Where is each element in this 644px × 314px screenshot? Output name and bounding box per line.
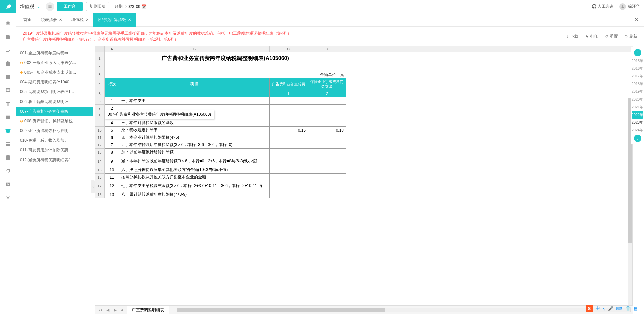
nav-settings-icon[interactable] [0,164,16,178]
close-icon[interactable]: ✕ [128,18,131,22]
value-cell-d[interactable] [308,105,346,112]
row-num-cell[interactable]: 12 [105,181,119,191]
row-header[interactable]: 1 [95,52,105,64]
form-item[interactable]: 011-研发费用加计扣除优惠... [16,145,93,155]
value-cell-d[interactable] [308,191,346,198]
year-down-icon[interactable]: ⌄ [634,135,641,142]
logo[interactable] [0,0,16,13]
corner-cell[interactable] [95,46,105,52]
row-header[interactable]: 12 [95,141,105,149]
item-cell[interactable]: 加：以前年度累计结转扣除额 [119,149,270,156]
value-cell-d[interactable] [308,97,346,105]
item-cell[interactable]: 三、本年计算扣除限额的基数 [119,119,270,127]
row-header[interactable]: 2 [95,64,105,71]
form-item[interactable]: ⊘008-资产折旧、摊销及纳税... [16,116,93,126]
download-button[interactable]: ⇩ 下载 [566,34,578,39]
item-cell[interactable]: 按照分摊协议从其他关联方归集至本企业的金额 [119,174,270,181]
value-cell-d[interactable] [308,134,346,141]
form-item[interactable]: 007-广告费和业务宣传费跨... [16,107,93,116]
year-item[interactable]: 2018年 [632,80,643,88]
print-button[interactable]: 🖨 打印 [585,34,598,39]
ime-logo-icon[interactable]: S [586,305,593,312]
sheet-last-icon[interactable]: ⏭ [119,308,125,312]
row-header[interactable]: 17 [95,181,105,191]
year-item[interactable]: 2023年 [632,119,643,126]
row-header[interactable]: 4 [95,78,105,90]
ime-toolbox-icon[interactable]: ▦ [633,306,637,311]
form-item[interactable]: 001-企业所得税年度纳税申... [16,48,93,58]
ime-keyboard-icon[interactable]: ⌨ [616,306,623,311]
row-header[interactable]: 9 [95,119,105,127]
sheet-prev-icon[interactable]: ◀ [105,308,111,312]
value-cell-d[interactable] [308,112,346,119]
tab-tax-list[interactable]: 税表清册✕ [36,13,67,27]
year-item[interactable]: 2019年 [632,88,643,96]
year-up-icon[interactable]: ⌃ [634,49,641,56]
col-header-a[interactable]: A [105,46,119,52]
ime-lang[interactable]: 中 [596,305,600,311]
row-header[interactable]: 11 [95,134,105,141]
value-cell-c[interactable] [270,141,308,149]
year-item[interactable]: 2024年 [632,126,643,134]
user-area[interactable]: 徐泽华 [619,3,640,10]
value-cell-c[interactable] [270,191,308,198]
value-cell-d[interactable] [308,156,346,166]
horizontal-scrollbar[interactable] [177,308,631,312]
value-cell-c[interactable] [270,156,308,166]
nav-clipboard-icon[interactable] [0,70,16,84]
ime-skin-icon[interactable]: 👕 [625,306,631,311]
row-num-cell[interactable]: 1 [105,97,119,105]
form-item[interactable]: 012-减免所得税优惠明细表(... [16,155,93,165]
form-item[interactable]: 009-企业所得税弥补亏损明... [16,126,93,136]
row-header[interactable]: 16 [95,174,105,181]
chevron-down-icon[interactable]: ⌄ [37,4,40,9]
value-cell-c[interactable] [270,181,308,191]
value-cell-c[interactable] [270,105,308,112]
form-item[interactable]: 006-职工薪酬纳税调整明细... [16,97,93,107]
sheet-tab[interactable]: 广宣费调整明细表 [127,306,169,314]
old-version-button[interactable]: 切到旧版 [86,2,109,11]
value-cell-c[interactable]: 0.15 [270,127,308,134]
nav-doc-icon[interactable] [0,30,16,44]
item-cell[interactable]: 四、本企业计算的扣除限额(4×5) [119,134,270,141]
ime-mic-icon[interactable]: 🎤 [608,306,613,311]
row-header[interactable]: 14 [95,156,105,166]
value-cell-c[interactable] [270,134,308,141]
row-num-cell[interactable]: 10 [105,166,119,174]
row-header[interactable]: 18 [95,191,105,198]
year-item[interactable]: 2017年 [632,72,643,80]
form-item[interactable]: ⊘003-一般企业成本支出明细... [16,68,93,77]
ime-punct-icon[interactable]: •, [603,306,605,311]
reset-button[interactable]: ↻ 重置 [605,34,618,39]
nav-video-icon[interactable] [0,178,16,191]
nav-text-icon[interactable] [0,97,16,111]
grid-body[interactable]: 1 广告费和业务宣传费跨年度纳税调整明细表(A105060) 2 3 金额单位：… [95,52,633,305]
row-header[interactable]: 8 [95,112,105,119]
value-cell-d[interactable] [308,119,346,127]
close-icon[interactable]: ✕ [59,18,62,22]
nav-bag-icon[interactable] [0,57,16,70]
value-cell-c[interactable] [270,149,308,156]
row-num-cell[interactable]: 6 [105,134,119,141]
row-header[interactable]: 7 [95,105,105,112]
sheet-next-icon[interactable]: ▶ [112,308,118,312]
item-cell[interactable]: 五、本年结转以后年度扣除额(3＞6，本行=3-6；3≤6，本行=0) [119,141,270,149]
form-item[interactable]: 010-免税、减计收入及加计... [16,136,93,145]
row-header[interactable]: 3 [95,71,105,78]
row-num-cell[interactable]: 7 [105,141,119,149]
value-cell-d[interactable] [308,141,346,149]
col-header-d[interactable]: D [308,46,346,52]
item-cell[interactable]: 七、本年支出纳税调整金额(3＞6，本行=2+3-6+10-11；3≤6，本行=2… [119,181,270,191]
value-cell-c[interactable] [270,174,308,181]
year-item[interactable]: 2015年 [632,57,643,65]
col-header-c[interactable]: C [270,46,308,52]
value-cell-d[interactable] [308,174,346,181]
nav-home-icon[interactable] [0,17,16,30]
item-cell[interactable]: 八、累计结转以后年度扣除额(7+8-9) [119,191,270,198]
row-num-cell[interactable]: 9 [105,156,119,166]
row-num-cell[interactable]: 5 [105,127,119,134]
value-cell-d[interactable] [308,149,346,156]
value-cell-d[interactable] [308,181,346,191]
row-header[interactable]: 13 [95,149,105,156]
close-icon[interactable]: ✕ [86,18,89,22]
